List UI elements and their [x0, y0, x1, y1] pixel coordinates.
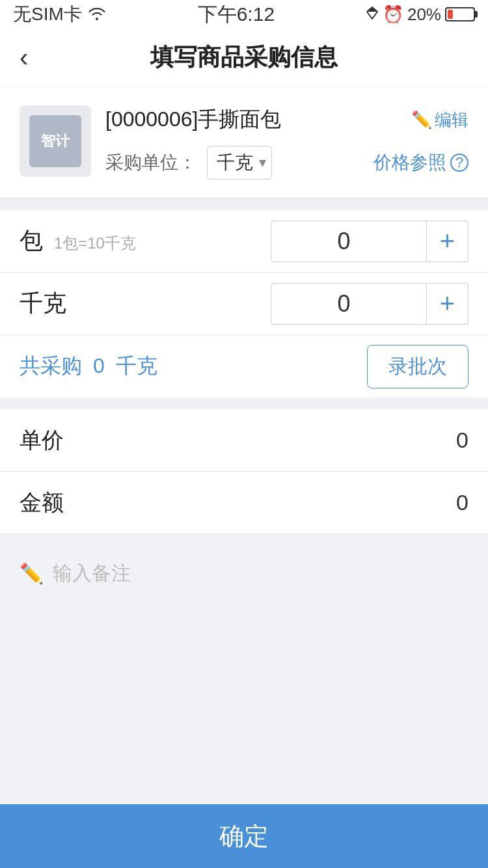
product-unit-row: 采购单位： 千克 价格参照 ?: [105, 146, 468, 180]
bag-plus-button[interactable]: +: [427, 221, 468, 262]
price-section: 单价 0 金额 0: [0, 409, 488, 534]
product-thumb-logo: 智计: [29, 115, 81, 167]
status-time: 下午6:12: [198, 1, 275, 28]
unit-label: 采购单位：: [105, 150, 197, 175]
input-section: 包 1包=10千克 + 千克 + 共采购 0 千克 录批次: [0, 210, 488, 398]
summary-text: 共采购 0 千克: [20, 352, 157, 381]
note-placeholder: 输入备注: [53, 560, 131, 587]
summary-row: 共采购 0 千克 录批次: [0, 335, 488, 398]
status-left: 无SIM卡: [13, 2, 107, 27]
page-title: 填写商品采购信息: [150, 42, 338, 74]
price-ref-button[interactable]: 价格参照 ?: [373, 150, 468, 175]
bag-quantity-input[interactable]: [271, 221, 427, 262]
bag-label-group: 包 1包=10千克: [20, 225, 136, 257]
section-divider-1: [0, 198, 488, 210]
amount-label: 金额: [20, 488, 64, 518]
kg-input-right: +: [271, 283, 468, 325]
batch-record-button[interactable]: 录批次: [367, 345, 468, 388]
kg-plus-button[interactable]: +: [427, 283, 468, 325]
wifi-icon: [87, 4, 107, 25]
product-name: [0000006]手撕面包: [105, 105, 281, 134]
battery-icon: [445, 7, 475, 21]
nav-bar: ‹ 填写商品采购信息: [0, 29, 488, 87]
help-icon: ?: [450, 154, 468, 172]
summary-amount: 0: [93, 354, 105, 377]
pencil-icon: ✏️: [20, 562, 44, 585]
unit-value: 千克: [217, 150, 253, 175]
edit-label: 编辑: [435, 109, 468, 131]
status-right: ⏰ 20%: [366, 5, 475, 25]
unit-price-row: 单价 0: [0, 409, 488, 472]
kg-label: 千克: [20, 290, 66, 316]
edit-icon: ✏️: [411, 110, 432, 130]
confirm-button[interactable]: 确定: [0, 804, 488, 868]
section-divider-2: [0, 398, 488, 409]
kg-input-row: 千克 +: [0, 273, 488, 335]
back-button[interactable]: ‹: [20, 43, 28, 72]
summary-unit: 千克: [116, 354, 157, 377]
unit-select[interactable]: 千克: [207, 146, 272, 180]
unit-price-label: 单价: [20, 426, 64, 455]
product-thumbnail: 智计: [20, 105, 91, 177]
note-section[interactable]: ✏️ 输入备注: [0, 534, 488, 612]
product-name-row: [0000006]手撕面包 ✏️ 编辑: [105, 105, 468, 134]
status-bar: 无SIM卡 下午6:12 ⏰ 20%: [0, 0, 488, 29]
amount-value: 0: [456, 490, 468, 515]
bag-input-right: +: [271, 221, 468, 262]
price-ref-label: 价格参照: [373, 150, 446, 175]
alarm-icon: ⏰: [383, 5, 403, 25]
edit-button[interactable]: ✏️ 编辑: [411, 109, 468, 131]
bag-input-row: 包 1包=10千克 +: [0, 210, 488, 273]
kg-label-group: 千克: [20, 288, 66, 319]
product-info: [0000006]手撕面包 ✏️ 编辑 采购单位： 千克 价格参照 ?: [105, 105, 468, 180]
summary-prefix: 共采购: [20, 354, 82, 377]
bag-label: 包: [20, 227, 43, 254]
battery-text: 20%: [407, 5, 441, 25]
kg-quantity-input[interactable]: [271, 283, 427, 325]
thumb-text: 智计: [41, 131, 70, 151]
location-icon: [366, 5, 379, 25]
carrier-text: 无SIM卡: [13, 2, 82, 27]
amount-row: 金额 0: [0, 472, 488, 534]
confirm-label: 确定: [219, 820, 269, 853]
bag-sub-label: 1包=10千克: [54, 234, 136, 252]
product-card: 智计 [0000006]手撕面包 ✏️ 编辑 采购单位： 千克 价格参照 ?: [0, 87, 488, 198]
unit-price-value: 0: [456, 427, 468, 453]
